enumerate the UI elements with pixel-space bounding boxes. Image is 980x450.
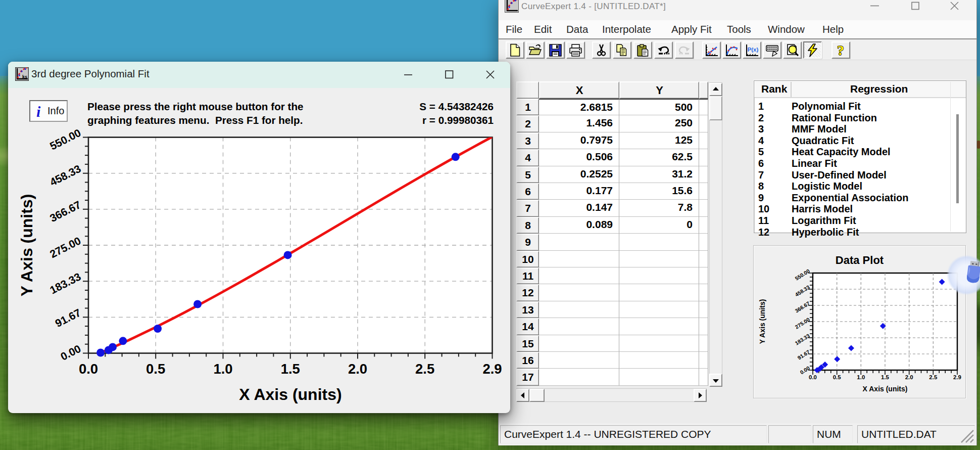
svg-text:P(x): P(x) [748,47,759,53]
svg-text:0.0: 0.0 [79,361,98,377]
svg-text:0.00: 0.00 [59,343,83,363]
svg-text:91.67: 91.67 [53,306,83,330]
svg-text:183.33: 183.33 [794,332,811,346]
svg-text:2.5: 2.5 [929,374,938,380]
svg-text:2.5: 2.5 [415,361,434,377]
svg-text:0.5: 0.5 [833,374,842,380]
svg-text:1.5: 1.5 [881,374,890,380]
svg-text:1.0: 1.0 [213,361,232,377]
svg-text:X Axis (units): X Axis (units) [863,385,908,393]
svg-text:2.9: 2.9 [482,361,502,377]
svg-text:183.33: 183.33 [48,271,83,296]
svg-text:2.0: 2.0 [348,361,367,377]
svg-text:?: ? [837,43,844,57]
svg-text:2.0: 2.0 [905,374,913,380]
svg-text:550.00: 550.00 [48,127,83,153]
svg-text:366.67: 366.67 [48,199,83,224]
svg-text:458.33: 458.33 [48,163,83,189]
svg-text:275.00: 275.00 [48,235,83,260]
svg-text:Y Axis (units): Y Axis (units) [18,194,36,297]
svg-text:91.67: 91.67 [796,348,811,361]
svg-text:Y Axis (units): Y Axis (units) [758,299,766,344]
svg-text:550.00: 550.00 [794,267,811,281]
svg-text:275.00: 275.00 [794,316,811,330]
svg-text:0.0: 0.0 [809,374,817,380]
svg-text:0.5: 0.5 [146,361,165,377]
svg-text:366.67: 366.67 [794,300,811,313]
svg-text:1.5: 1.5 [281,361,300,377]
svg-text:X Axis (units): X Axis (units) [239,385,341,403]
svg-text:2.9: 2.9 [953,374,961,380]
svg-text:458.33: 458.33 [794,284,811,297]
svg-text:1.0: 1.0 [857,374,865,380]
